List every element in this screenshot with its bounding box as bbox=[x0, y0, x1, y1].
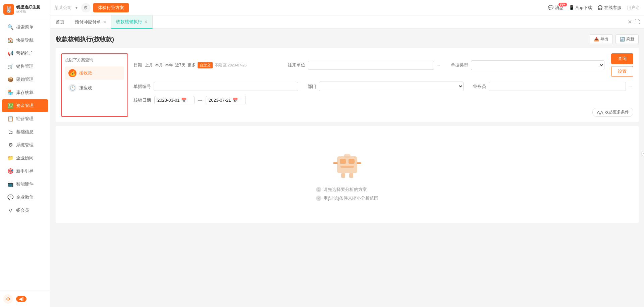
doc-num-label: 单据编号 bbox=[133, 84, 151, 90]
query-action-group: 查询 设置 bbox=[607, 53, 633, 77]
message-btn[interactable]: 💬 消息 99+ bbox=[548, 5, 564, 11]
doc-type-label: 单据类型 bbox=[444, 62, 468, 68]
export-btn[interactable]: 📤 导出 bbox=[590, 34, 613, 44]
svg-rect-6 bbox=[341, 173, 345, 178]
app-download-btn[interactable]: 📱 App下载 bbox=[569, 5, 592, 11]
nav-icon-14: V bbox=[7, 208, 13, 213]
sidebar-item-9[interactable]: ⚙系统管理 bbox=[2, 139, 48, 151]
date-link-last-month[interactable]: 上月 bbox=[145, 62, 153, 68]
nav-label-10: 企业协同 bbox=[16, 155, 34, 161]
svg-rect-7 bbox=[349, 173, 353, 178]
sidebar-collapse-btn[interactable]: ◀‖ bbox=[16, 296, 26, 302]
page-header: 收款核销执行(按收款) 📤 导出 🔄 刷新 bbox=[56, 34, 639, 44]
nav-label-2: 营销推广 bbox=[16, 50, 34, 56]
sidebar-item-11[interactable]: 🎯新手引导 bbox=[2, 165, 48, 177]
setting-btn[interactable]: 设置 bbox=[611, 66, 633, 77]
top-bar: 某某公司 ▼ ⚙ 体验行业方案 💬 消息 99+ 📱 App下载 🎧 在线客服 … bbox=[50, 0, 644, 15]
salesman-input-group: ··· bbox=[489, 82, 633, 91]
verify-date-start-input[interactable]: 2023-03-01 📅 bbox=[154, 96, 195, 104]
filter-option-by-receipt[interactable]: 💰 按收款 bbox=[65, 66, 124, 80]
date-link-this-year[interactable]: 本年 bbox=[165, 62, 173, 68]
nav-label-4: 采购管理 bbox=[16, 76, 34, 83]
by-receivable-icon: 🕐 bbox=[68, 84, 76, 92]
sidebar-item-3[interactable]: 🛒销售管理 bbox=[2, 60, 48, 73]
sidebar-item-14[interactable]: V畅会员 bbox=[2, 204, 48, 217]
verify-date-start-value: 2023-03-01 bbox=[157, 98, 180, 103]
sidebar-item-4[interactable]: 📦采购管理 bbox=[2, 73, 48, 86]
empty-tip-1: 1 请先选择要分析的方案 bbox=[316, 185, 378, 194]
user-avatar[interactable]: 用户名 bbox=[627, 5, 640, 11]
sidebar-item-8[interactable]: 🗂基础信息 bbox=[2, 125, 48, 138]
nav-icon-11: 🎯 bbox=[7, 168, 13, 174]
verify-date-end-value: 2023-07-21 bbox=[209, 98, 231, 103]
tab-prepay-close[interactable]: ✕ bbox=[103, 20, 106, 24]
nav-icon-1: 🏠 bbox=[7, 37, 13, 43]
filter-panel: 按以下方案查询 💰 按收款 🕐 按应收 « 日期 上月 本 bbox=[56, 48, 639, 122]
collapse-more-btn[interactable]: ⋀⋀ 收起更多条件 bbox=[592, 108, 633, 117]
doc-type-select[interactable] bbox=[471, 60, 604, 70]
nav-label-14: 畅会员 bbox=[16, 207, 29, 213]
sidebar-item-7[interactable]: 📋经营管理 bbox=[2, 112, 48, 125]
salesman-input[interactable] bbox=[489, 82, 626, 91]
sidebar-item-12[interactable]: 📺智能硬件 bbox=[2, 178, 48, 191]
sidebar-item-10[interactable]: 📁企业协同 bbox=[2, 152, 48, 164]
app-subtitle: 标准版 bbox=[16, 9, 40, 14]
unit-dots[interactable]: ··· bbox=[435, 63, 441, 67]
unit-input[interactable] bbox=[308, 61, 434, 70]
sidebar-item-0[interactable]: 🔍搜索菜单 bbox=[2, 21, 48, 34]
page-actions: 📤 导出 🔄 刷新 bbox=[590, 34, 639, 44]
empty-state: 1 请先选择要分析的方案 2 用[过滤]条件来缩小分析范围 bbox=[56, 126, 639, 223]
nav-label-9: 系统管理 bbox=[16, 142, 34, 148]
doc-num-input-group bbox=[154, 82, 298, 91]
date-link-this-month[interactable]: 本月 bbox=[155, 62, 163, 68]
nav-icon-12: 📺 bbox=[7, 181, 13, 187]
sidebar-item-5[interactable]: 🏪库存核算 bbox=[2, 86, 48, 99]
tab-home[interactable]: 首页 bbox=[50, 15, 70, 29]
nav-label-1: 快捷导航 bbox=[16, 37, 34, 43]
filter-option-by-receivable[interactable]: 🕐 按应收 bbox=[65, 81, 124, 95]
salesman-dots[interactable]: ··· bbox=[627, 84, 633, 89]
sidebar-item-2[interactable]: 📢营销推广 bbox=[2, 47, 48, 60]
tab-prepay[interactable]: 预付冲应付单 ✕ bbox=[70, 15, 111, 29]
app-label: App下载 bbox=[576, 5, 592, 11]
tab-fullscreen-icon[interactable]: ⛶ bbox=[635, 19, 640, 25]
salesman-label: 业务员 bbox=[466, 84, 486, 90]
tab-bar-actions: ✕ ⛶ bbox=[628, 19, 644, 25]
by-receivable-label: 按应收 bbox=[79, 85, 92, 91]
export-label: 导出 bbox=[600, 36, 608, 42]
dept-select[interactable] bbox=[319, 82, 464, 91]
app-logo-icon: 🐰 bbox=[3, 4, 14, 15]
sidebar-item-13[interactable]: 💬企业微信 bbox=[2, 191, 48, 204]
filter-collapse-side-btn[interactable]: « bbox=[641, 151, 644, 156]
verify-date-end-input[interactable]: 2023-07-21 📅 bbox=[206, 96, 246, 104]
date-custom-btn[interactable]: 自定义 bbox=[198, 62, 213, 68]
tab-close-all-icon[interactable]: ✕ bbox=[628, 19, 632, 25]
doc-type-group bbox=[471, 60, 604, 70]
query-btn[interactable]: 查询 bbox=[611, 53, 633, 64]
nav-label-13: 企业微信 bbox=[16, 194, 34, 200]
date-range-display: 不限 至 2023-07-26 bbox=[215, 63, 247, 68]
online-service-btn[interactable]: 🎧 在线客服 bbox=[597, 5, 622, 11]
app-title: 畅捷通好生意 bbox=[16, 5, 40, 9]
doc-num-input[interactable] bbox=[154, 82, 298, 91]
unit-label: 往来单位 bbox=[281, 62, 305, 68]
refresh-btn[interactable]: 🔄 刷新 bbox=[615, 34, 639, 44]
industry-solution-btn[interactable]: 体验行业方案 bbox=[93, 3, 129, 12]
date-link-7days[interactable]: 近7天 bbox=[175, 62, 185, 68]
settings-icon[interactable]: ⚙ bbox=[3, 294, 13, 304]
tab-receipt[interactable]: 收款核销执行 ✕ bbox=[111, 15, 153, 29]
tab-receipt-close[interactable]: ✕ bbox=[144, 19, 148, 24]
calendar-icon-end: 📅 bbox=[232, 98, 238, 103]
date-link-more[interactable]: 更多 bbox=[187, 62, 196, 68]
company-dropdown-icon[interactable]: ▼ bbox=[74, 5, 78, 10]
sidebar-item-6[interactable]: 💹资金管理 bbox=[2, 99, 48, 112]
settings-gear-btn[interactable]: ⚙ bbox=[81, 3, 91, 12]
nav-label-5: 库存核算 bbox=[16, 90, 34, 96]
message-icon: 💬 bbox=[548, 5, 553, 10]
nav-icon-13: 💬 bbox=[7, 194, 13, 200]
sidebar-item-1[interactable]: 🏠快捷导航 bbox=[2, 34, 48, 47]
nav-label-0: 搜索菜单 bbox=[16, 24, 34, 30]
nav-icon-8: 🗂 bbox=[7, 129, 13, 135]
nav-label-12: 智能硬件 bbox=[16, 181, 34, 187]
refresh-icon: 🔄 bbox=[620, 37, 625, 42]
